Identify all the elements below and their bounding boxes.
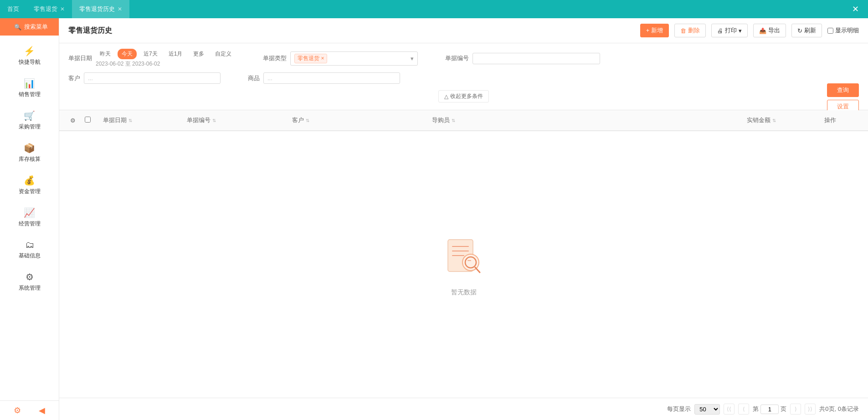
col-header-amount[interactable]: 实销金额 ⇅ (747, 116, 824, 124)
table-body: 暂无数据 (59, 131, 868, 398)
sidebar-item-inventory-label: 库存核算 (19, 155, 41, 163)
collapse-filter-label: 收起更多条件 (450, 92, 483, 100)
sidebar-item-finance[interactable]: 💰 资金管理 (3, 169, 56, 201)
add-button[interactable]: + 新增 (640, 24, 669, 37)
col-guide-sort-icon: ⇅ (452, 118, 455, 123)
top-bar-close[interactable]: ✕ (848, 4, 868, 14)
sales-icon: 📊 (24, 78, 35, 89)
col-guide-label: 导购员 (432, 116, 450, 124)
tab-retail-return-history[interactable]: 零售退货历史 ✕ (72, 0, 129, 18)
page-title: 零售退货历史 (68, 26, 112, 36)
page-header: 零售退货历史 + 新增 🗑 删除 🖨 打印 ▾ 📤 导出 ↻ (59, 18, 868, 43)
refresh-button[interactable]: ↻ 刷新 (791, 24, 822, 37)
type-tag: 零售退货 × (294, 54, 327, 63)
goods-placeholder: ... (267, 75, 272, 82)
page-input[interactable] (760, 405, 779, 414)
export-button[interactable]: 📤 导出 (753, 24, 786, 37)
sidebar-item-system-label: 系统管理 (19, 284, 41, 292)
date-btn-7days[interactable]: 近7天 (139, 49, 162, 59)
page-actions: + 新增 🗑 删除 🖨 打印 ▾ 📤 导出 ↻ 刷新 (640, 24, 859, 37)
tab-retail-return-history-close[interactable]: ✕ (118, 6, 122, 12)
col-number-sort-icon: ⇅ (212, 118, 216, 123)
sidebar-item-operations[interactable]: 📈 经营管理 (3, 202, 56, 233)
date-btn-today[interactable]: 今天 (118, 49, 137, 59)
pagination-first-btn[interactable]: ⟨⟨ (724, 404, 734, 415)
collapse-sidebar-icon[interactable]: ◀ (39, 405, 45, 415)
purchase-icon: 🛒 (24, 110, 35, 121)
sidebar-nav: ⚡ 快捷导航 📊 销售管理 🛒 采购管理 📦 库存核算 💰 资金管理 📈 (0, 36, 59, 400)
close-icon: ✕ (852, 4, 859, 14)
basic-info-icon: 🗂 (25, 240, 34, 250)
goods-filter-label: 商品 (248, 74, 260, 82)
filter-type: 单据类型 零售退货 × ▾ (263, 51, 418, 66)
date-btn-yesterday[interactable]: 昨天 (96, 49, 115, 59)
col-number-label: 单据编号 (187, 116, 211, 124)
table-header: ⚙ 单据日期 ⇅ 单据编号 ⇅ 客户 ⇅ 导购员 (59, 110, 868, 131)
sidebar-bottom: ⚙ ◀ (0, 400, 59, 420)
sidebar-item-purchase[interactable]: 🛒 采购管理 (3, 105, 56, 136)
delete-icon: 🗑 (680, 27, 686, 34)
col-header-customer[interactable]: 客户 ⇅ (292, 116, 432, 124)
sidebar-search[interactable]: 🔍 搜索菜单 (0, 18, 59, 36)
delete-button[interactable]: 🗑 删除 (674, 24, 706, 37)
date-filter-label: 单据日期 (68, 54, 92, 62)
top-bar: 首页 零售退货 ✕ 零售退货历史 ✕ ✕ (0, 0, 868, 18)
col-customer-label: 客户 (292, 116, 304, 124)
number-filter-label: 单据编号 (445, 54, 469, 62)
goods-input[interactable]: ... (263, 72, 400, 84)
svg-line-6 (475, 267, 480, 272)
sidebar-item-sales[interactable]: 📊 销售管理 (3, 72, 56, 104)
pagination-last-btn[interactable]: ⟩⟩ (805, 404, 816, 415)
col-header-guide[interactable]: 导购员 ⇅ (432, 116, 537, 124)
filter-row-2: 客户 ... 商品 ... (68, 72, 859, 84)
search-icon: 🔍 (14, 24, 21, 31)
col-header-date[interactable]: 单据日期 ⇅ (103, 116, 187, 124)
per-page-label: 每页显示 (667, 405, 691, 413)
tab-retail-return-close[interactable]: ✕ (60, 6, 65, 12)
sidebar-item-inventory[interactable]: 📦 库存核算 (3, 137, 56, 169)
system-icon: ⚙ (26, 271, 34, 282)
pagination-total-info: 共0页, 0条记录 (819, 405, 859, 413)
col-header-number[interactable]: 单据编号 ⇅ (187, 116, 292, 124)
col-amount-sort-icon: ⇅ (772, 118, 776, 123)
sidebar-item-system[interactable]: ⚙ 系统管理 (3, 266, 56, 297)
content-area: 零售退货历史 + 新增 🗑 删除 🖨 打印 ▾ 📤 导出 ↻ (59, 18, 868, 420)
empty-illustration (439, 233, 489, 283)
sidebar-item-purchase-label: 采购管理 (19, 123, 41, 131)
customer-input[interactable]: ... (84, 72, 221, 84)
col-customer-sort-icon: ⇅ (306, 118, 309, 123)
number-input[interactable] (473, 53, 600, 64)
customer-placeholder: ... (88, 75, 93, 82)
collapse-filter-button[interactable]: △ 收起更多条件 (438, 90, 489, 102)
settings-icon[interactable]: ⚙ (14, 405, 21, 415)
type-tag-remove[interactable]: × (321, 55, 324, 61)
empty-state: 暂无数据 (439, 233, 489, 297)
show-detail-checkbox[interactable] (827, 28, 833, 34)
query-button[interactable]: 查询 (827, 83, 859, 97)
sidebar-item-quick-nav[interactable]: ⚡ 快捷导航 (3, 40, 56, 72)
print-button[interactable]: 🖨 打印 ▾ (711, 24, 748, 37)
main-layout: 🔍 搜索菜单 ⚡ 快捷导航 📊 销售管理 🛒 采购管理 📦 库存核算 💰 (0, 18, 868, 420)
page-unit: 页 (781, 405, 786, 413)
type-tag-label: 零售退货 (298, 55, 319, 62)
pagination-prev-btn[interactable]: ⟨ (738, 404, 749, 415)
finance-icon: 💰 (24, 175, 35, 186)
refresh-icon: ↻ (797, 27, 802, 34)
select-all-checkbox[interactable] (85, 117, 91, 123)
sidebar-item-basic-info-label: 基础信息 (19, 252, 41, 260)
date-btn-custom[interactable]: 自定义 (211, 49, 236, 59)
date-btn-1month[interactable]: 近1月 (164, 49, 187, 59)
print-dropdown-icon: ▾ (739, 27, 742, 34)
tab-retail-return[interactable]: 零售退货 ✕ (26, 0, 72, 18)
show-detail-label[interactable]: 显示明细 (827, 26, 859, 35)
pagination-next-btn[interactable]: ⟩ (790, 404, 801, 415)
print-icon: 🖨 (717, 27, 723, 34)
per-page-select[interactable]: 10 20 50 100 (694, 404, 720, 415)
filter-customer: 客户 ... (68, 72, 221, 84)
table-settings-button[interactable]: ⚙ (67, 114, 79, 127)
tab-home[interactable]: 首页 (0, 0, 26, 18)
date-btn-more[interactable]: 更多 (189, 49, 208, 59)
sidebar-item-basic-info[interactable]: 🗂 基础信息 (3, 234, 56, 265)
filter-date: 单据日期 昨天 今天 近7天 近1月 更多 自定义 2023-06-02 至 2… (68, 49, 236, 68)
type-select[interactable]: 零售退货 × ▾ (290, 51, 418, 66)
